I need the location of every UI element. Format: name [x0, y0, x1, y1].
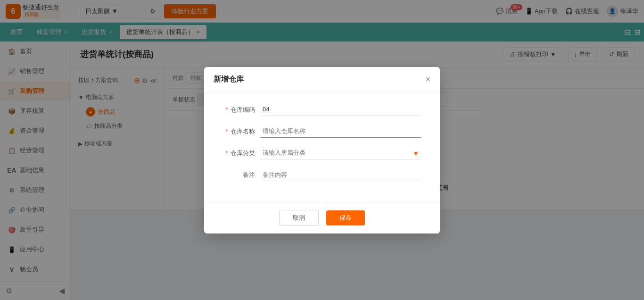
required-star-name: * [225, 128, 228, 135]
category-label: * 仓库分类 [223, 149, 261, 158]
save-button[interactable]: 保存 [326, 210, 365, 225]
code-label-text: 仓库编码 [231, 106, 255, 113]
required-star-code: * [225, 106, 228, 113]
category-select-wrapper: ▼ [261, 147, 421, 159]
name-label: * 仓库名称 [223, 127, 261, 136]
modal-footer: 取消 保存 [204, 202, 440, 233]
form-row-note: 备注 [223, 169, 421, 181]
required-star-category: * [225, 150, 228, 157]
code-label: * 仓库编码 [223, 106, 261, 114]
modal-title: 新增仓库 [214, 75, 244, 84]
form-row-name: * 仓库名称 [223, 125, 421, 138]
warehouse-code-input[interactable] [261, 104, 421, 116]
cancel-button[interactable]: 取消 [279, 210, 319, 226]
warehouse-category-input[interactable] [261, 147, 421, 159]
add-warehouse-modal: 新增仓库 × * 仓库编码 * 仓库名称 [204, 67, 440, 233]
modal-body: * 仓库编码 * 仓库名称 * 仓库分类 [204, 92, 440, 202]
note-label: 备注 [223, 171, 261, 179]
modal-close-button[interactable]: × [425, 75, 430, 83]
note-label-text: 备注 [243, 171, 255, 178]
category-label-text: 仓库分类 [231, 150, 255, 157]
warehouse-note-input[interactable] [261, 169, 421, 181]
name-label-text: 仓库名称 [231, 128, 255, 135]
form-row-category: * 仓库分类 ▼ [223, 147, 421, 159]
warehouse-name-input[interactable] [261, 125, 421, 138]
modal-overlay[interactable]: 新增仓库 × * 仓库编码 * 仓库名称 [0, 0, 644, 300]
modal-header: 新增仓库 × [204, 67, 440, 92]
form-row-code: * 仓库编码 [223, 104, 421, 116]
